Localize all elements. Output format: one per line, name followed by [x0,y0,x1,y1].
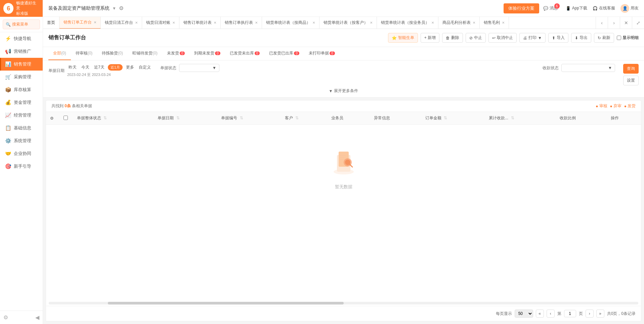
cancel-stop-btn[interactable]: ↩ 取消中止 [488,33,517,43]
th-checkbox[interactable] [59,112,73,125]
tab-sales-sum-client[interactable]: 销货单统计表（按客户） ✕ [319,17,377,29]
delete-btn[interactable]: 🗑 删除 [442,33,463,43]
tab-sales-sum-staff[interactable]: 销货单统计表（按业务员） ✕ [377,17,438,29]
sort-amount-icon[interactable]: ⇅ [444,116,447,120]
date-btn-today[interactable]: 今天 [80,64,91,71]
sort-date-icon[interactable]: ⇅ [176,116,180,120]
batch-approve-btn[interactable]: ● 审核 [596,103,607,109]
subtab-delivered-not-out[interactable]: 已发货未出库0 [225,47,265,60]
subtab-pending-check[interactable]: 待拣验货(0) [97,47,128,60]
tab-sales-gross[interactable]: 销售毛利 ✕ [480,17,509,29]
last-page-btn[interactable]: » [596,310,604,318]
tab-sales-sum-staff-close[interactable]: ✕ [431,21,434,25]
tab-sales-sum-client-close[interactable]: ✕ [370,21,373,25]
tab-scroll-next[interactable]: › [608,17,620,29]
filter-payment-select[interactable]: ▼ [561,64,615,72]
topbar-settings-icon[interactable]: ⚙ [119,5,124,11]
ai-generate-btn[interactable]: ⭐ 智能生单 [388,33,418,43]
sort-number-icon[interactable]: ⇅ [240,116,243,120]
search-menu-button[interactable]: 🔍 搜索菜单 [3,19,40,29]
date-btn-custom[interactable]: 自定义 [137,64,152,71]
show-detail-checkbox-label[interactable]: 显示明细 [617,35,639,41]
sort-collected-icon[interactable]: ⇅ [511,116,514,120]
batch-reject-btn[interactable]: ● 弃审 [610,103,621,109]
topbar-messages[interactable]: 💬 消息 6 [543,5,558,11]
filter-settings-btn[interactable]: 设置 [623,76,639,85]
subtab-not-printed[interactable]: 未打印单据0 [304,47,340,60]
subtab-all[interactable]: 全部(0) [48,47,71,60]
new-btn[interactable]: + 新增 [421,33,439,43]
sidebar-item-inventory[interactable]: 📦 库存核算 [0,83,43,96]
topbar-user[interactable]: 👤 用友 [620,4,639,13]
sidebar-item-guide[interactable]: 🎯 新手引导 [0,160,43,173]
topbar-dropdown-icon[interactable]: ▼ [112,6,116,11]
sort-client-icon[interactable]: ⇅ [295,116,299,120]
refresh-btn[interactable]: ↻ 刷新 [594,33,614,43]
date-btn-yesterday[interactable]: 昨天 [67,64,78,71]
tab-cash-daily-close[interactable]: ✕ [135,21,138,25]
sidebar-item-marketing[interactable]: 📢 营销推广 [0,45,43,58]
tab-sales-exec[interactable]: 销售订单执行表 ✕ [221,17,262,29]
expand-filter-btn[interactable]: ▼ 展开更多条件 [329,88,358,94]
tab-sales-sum-product[interactable]: 销货单统计表（按商品） ✕ [262,17,319,29]
export-btn[interactable]: ⬇ 导出 [571,33,591,43]
date-btn-7days[interactable]: 近7天 [93,64,106,71]
tab-sales-exec-close[interactable]: ✕ [255,21,258,25]
tab-gross-margin[interactable]: 商品毛利分析表 ✕ [438,17,480,29]
sidebar-item-enterprise[interactable]: 🤝 企业协同 [0,147,43,160]
sidebar-item-quick-nav[interactable]: ⚡ 快捷导航 [0,32,43,45]
tab-home[interactable]: 首页 [43,17,59,29]
topbar-cta-button[interactable]: 体验行业方案 [504,3,539,13]
select-all-checkbox[interactable] [63,116,68,120]
tab-sales-stats[interactable]: 销售订单统计表 ✕ [179,17,221,29]
settings-bottom-btn[interactable]: ⚙ [3,314,8,321]
topbar-app-download[interactable]: 📱 App下载 [566,5,587,11]
sidebar-item-finance[interactable]: 💰 资金管理 [0,96,43,109]
sort-status-icon[interactable]: ⇅ [103,116,107,120]
tab-sales-gross-close[interactable]: ✕ [502,21,505,25]
tab-expand[interactable]: ⤢ [632,17,644,29]
subtab-not-delivered[interactable]: 未发货0 [162,47,190,60]
th-settings[interactable]: ⚙ [46,112,59,125]
show-detail-checkbox[interactable] [617,36,621,40]
date-btn-more[interactable]: 更多 [125,64,135,71]
date-btn-1month[interactable]: 近1月 [108,64,123,71]
tab-sales-workbench-close[interactable]: ✕ [94,21,96,24]
prev-page-btn[interactable]: ‹ [547,310,555,318]
import-btn[interactable]: ⬆ 导入 [548,33,568,43]
page-size-select[interactable]: 10 20 50 100 [515,310,533,318]
filter-status-select[interactable]: ▼ [179,64,219,72]
print-btn[interactable]: 🖨 打印 ▼ [519,33,546,43]
sidebar-item-basic-info[interactable]: 📋 基础信息 [0,122,43,134]
sidebar-item-sales[interactable]: 📊 销售管理 [0,58,43,71]
empty-icon [327,145,360,178]
sidebar-item-operations[interactable]: 📈 经营管理 [0,109,43,122]
first-page-btn[interactable]: « [536,310,544,318]
subtab-wangpu-deliver[interactable]: 旺铺待发货(0) [128,47,162,60]
horizontal-scrollbar-thumb[interactable] [108,302,344,305]
tab-scroll-prev[interactable]: ‹ [596,17,608,29]
batch-deliver-btn[interactable]: ● 发货 [624,103,636,109]
tab-cash-reconcile[interactable]: 钱货日清对账 ✕ [142,17,179,29]
tab-cash-daily[interactable]: 钱货日清工作台 ✕ [101,17,142,29]
stop-btn[interactable]: ⊘ 中止 [466,33,486,43]
tab-close-all[interactable]: ✕ [620,17,632,29]
topbar-online-service[interactable]: 🎧 在线客服 [593,5,615,11]
sidebar-item-system[interactable]: ⚙️ 系统管理 [0,134,43,147]
collapse-sidebar-btn[interactable]: ◀ [35,314,39,321]
query-btn[interactable]: 查询 [623,64,639,74]
next-page-btn[interactable]: › [586,310,594,318]
horizontal-scrollbar[interactable] [49,302,638,305]
tab-sales-sum-product-close[interactable]: ✕ [312,21,315,25]
tab-sales-workbench[interactable]: 销售订单工作台 ✕ [59,17,101,29]
subtab-overdue-deliver[interactable]: 到期未发货0 [189,47,225,60]
tab-sales-stats-close[interactable]: ✕ [214,21,216,25]
sidebar-item-purchase[interactable]: 🛒 采购管理 [0,71,43,83]
tab-cash-reconcile-close[interactable]: ✕ [172,21,175,25]
subtab-delivered-out[interactable]: 已发货已出库0 [264,47,304,60]
tab-gross-margin-close[interactable]: ✕ [473,21,475,25]
table-settings-icon[interactable]: ⚙ [50,116,54,121]
subtab-pending-review[interactable]: 待审核(0) [71,47,97,60]
table-scroll[interactable]: ⚙ 单据整体状态 ⇅ 单据日期 ⇅ [46,112,641,300]
page-number-input[interactable] [564,310,576,317]
